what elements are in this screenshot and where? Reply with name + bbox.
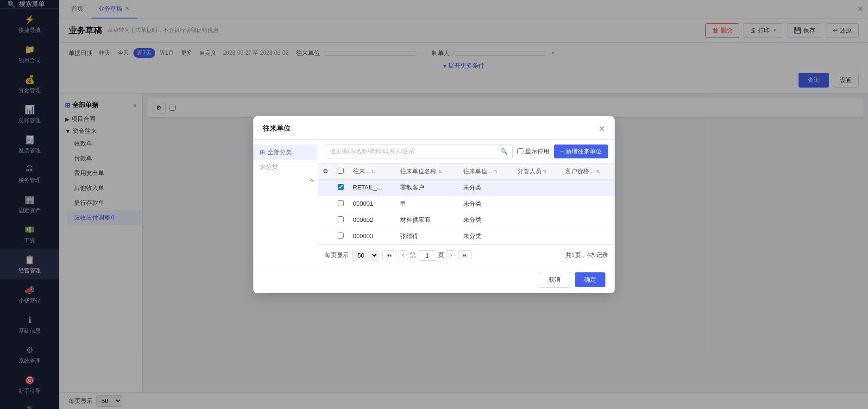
table-row[interactable]: 000002 材料供应商 未分类 xyxy=(318,212,615,228)
row2-name: 甲 xyxy=(396,195,459,212)
th-price: 客户价格... ⇅ xyxy=(560,164,615,180)
modal-title: 往来单位 xyxy=(263,124,290,133)
grid-icon: ⊞ xyxy=(260,149,265,156)
row4-code: 000003 xyxy=(348,228,396,244)
row1-type: 未分类 xyxy=(459,179,513,195)
row2-checkbox[interactable] xyxy=(338,200,344,206)
sort-price-icon[interactable]: ⇅ xyxy=(596,169,600,174)
sort-type-icon[interactable]: ⇅ xyxy=(494,169,497,174)
modal-overlay: 往来单位 ✕ ⊞ 全部分类 未分类 « 搜索 xyxy=(0,0,868,409)
row3-name: 材料供应商 xyxy=(396,212,459,228)
show-disabled-label: 显示停用 xyxy=(517,147,549,156)
row4-name: 张晴得 xyxy=(396,228,459,244)
row2-settings xyxy=(318,195,333,212)
per-page-label: 每页显示 xyxy=(325,251,349,259)
sort-code-icon[interactable]: ⇅ xyxy=(371,169,375,174)
row1-check[interactable] xyxy=(333,179,348,195)
th-code: 往来... ⇅ xyxy=(348,164,396,180)
modal-pagination: 每页显示 50 100 ⏮ ‹ 第 页 › ⏭ 共1页，4条记录 xyxy=(318,245,615,266)
row4-check[interactable] xyxy=(333,228,348,244)
next-page-btn[interactable]: › xyxy=(446,250,456,260)
table-row[interactable]: RETAIL_... 零散客户 未分类 xyxy=(318,179,615,195)
row1-code: RETAIL_... xyxy=(348,179,396,195)
th-name: 往来单位名称 ⇅ xyxy=(396,164,459,180)
row4-price xyxy=(560,228,615,244)
modal-content-area: 搜索编码/名称/简称/联系人/联系 🔍 显示停用 + 新增往来单位 ⚙ xyxy=(318,140,615,266)
row4-checkbox[interactable] xyxy=(338,233,344,239)
row3-check[interactable] xyxy=(333,212,348,228)
modal-sidebar: ⊞ 全部分类 未分类 « xyxy=(253,140,318,266)
show-disabled-checkbox[interactable] xyxy=(517,148,523,154)
row3-checkbox[interactable] xyxy=(338,216,344,222)
row3-code: 000002 xyxy=(348,212,396,228)
row4-type: 未分类 xyxy=(459,228,513,244)
row4-assignee xyxy=(513,228,560,244)
first-page-btn[interactable]: ⏮ xyxy=(382,250,396,260)
modal-sidebar-all-label: 全部分类 xyxy=(268,148,292,157)
row2-code: 000001 xyxy=(348,195,396,212)
last-page-btn[interactable]: ⏭ xyxy=(458,250,472,260)
counterpart-modal: 往来单位 ✕ ⊞ 全部分类 未分类 « 搜索 xyxy=(253,116,615,293)
sort-assignee-icon[interactable]: ⇅ xyxy=(543,169,547,174)
add-counterpart-btn[interactable]: + 新增往来单位 xyxy=(554,145,608,158)
row2-price xyxy=(560,195,615,212)
row1-settings xyxy=(318,179,333,195)
th-settings[interactable]: ⚙ xyxy=(318,164,333,180)
modal-close-icon[interactable]: ✕ xyxy=(598,124,605,134)
modal-per-page-select[interactable]: 50 100 xyxy=(352,250,378,261)
collapse-icon: « xyxy=(310,176,314,184)
row3-settings xyxy=(318,212,333,228)
page-number-input[interactable] xyxy=(418,250,436,261)
header-checkbox[interactable] xyxy=(338,168,344,174)
modal-search-box[interactable]: 搜索编码/名称/简称/联系人/联系 🔍 xyxy=(325,145,513,158)
row3-assignee xyxy=(513,212,560,228)
row1-assignee xyxy=(513,179,560,195)
row2-type: 未分类 xyxy=(459,195,513,212)
modal-sidebar-collapse-btn[interactable]: « xyxy=(253,174,318,186)
confirm-button[interactable]: 确定 xyxy=(575,272,605,287)
page-total: 共1页，4条记录 xyxy=(566,251,608,259)
row1-price xyxy=(560,179,615,195)
row2-assignee xyxy=(513,195,560,212)
row2-check[interactable] xyxy=(333,195,348,212)
modal-header: 往来单位 ✕ xyxy=(253,116,615,140)
th-type: 往来单位... ⇅ xyxy=(459,164,513,180)
counterpart-table: ⚙ 往来... ⇅ 往来单位名称 ⇅ xyxy=(318,164,615,245)
row1-name: 零散客户 xyxy=(396,179,459,195)
row3-type: 未分类 xyxy=(459,212,513,228)
th-assignee: 分管人员 ⇅ xyxy=(513,164,560,180)
cancel-button[interactable]: 取消 xyxy=(539,272,570,288)
row3-price xyxy=(560,212,615,228)
th-check[interactable] xyxy=(333,164,348,180)
search-placeholder: 搜索编码/名称/简称/联系人/联系 xyxy=(330,147,415,156)
row1-checkbox[interactable] xyxy=(338,184,344,190)
modal-footer: 取消 确定 xyxy=(253,266,615,293)
page-nav: ⏮ ‹ 第 页 › ⏭ xyxy=(382,250,472,261)
table-header-row: ⚙ 往来... ⇅ 往来单位名称 ⇅ xyxy=(318,164,615,180)
modal-toolbar: 搜索编码/名称/简称/联系人/联系 🔍 显示停用 + 新增往来单位 xyxy=(318,140,615,164)
row4-settings xyxy=(318,228,333,244)
modal-sidebar-unclassified[interactable]: 未分类 xyxy=(253,160,318,174)
prev-page-btn[interactable]: ‹ xyxy=(398,250,408,260)
table-row[interactable]: 000001 甲 未分类 xyxy=(318,195,615,212)
modal-table: ⚙ 往来... ⇅ 往来单位名称 ⇅ xyxy=(318,164,615,245)
modal-sidebar-all[interactable]: ⊞ 全部分类 xyxy=(253,145,318,160)
table-row[interactable]: 000003 张晴得 未分类 xyxy=(318,228,615,244)
page-unit: 页 xyxy=(438,251,444,259)
modal-search-icon[interactable]: 🔍 xyxy=(500,148,508,155)
page-word: 第 xyxy=(410,251,416,259)
sort-name-icon[interactable]: ⇅ xyxy=(438,169,442,174)
modal-body: ⊞ 全部分类 未分类 « 搜索编码/名称/简称/联系人/联系 🔍 xyxy=(253,140,615,266)
